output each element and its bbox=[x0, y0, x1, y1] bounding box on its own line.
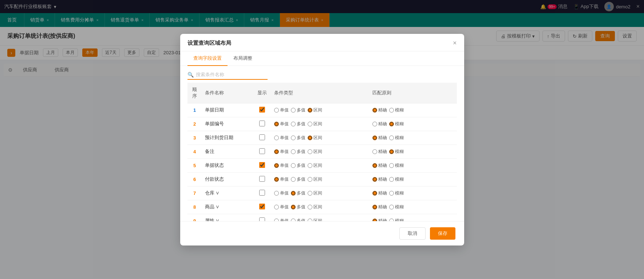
modal-close-btn[interactable]: × bbox=[453, 40, 457, 46]
search-row: 🔍 bbox=[180, 66, 464, 80]
modal: 设置查询区域布局 × 查询字段设置 布局调整 🔍 顺序 条件名称 显示 bbox=[180, 34, 464, 80]
modal-header: 设置查询区域布局 × bbox=[180, 34, 464, 51]
search-input[interactable] bbox=[196, 72, 261, 77]
modal-tabs: 查询字段设置 布局调整 bbox=[180, 51, 464, 66]
modal-title: 设置查询区域布局 bbox=[187, 40, 231, 47]
modal-tab-layout[interactable]: 布局调整 bbox=[228, 51, 258, 66]
modal-tab-query[interactable]: 查询字段设置 bbox=[187, 51, 228, 66]
modal-overlay: 设置查询区域布局 × 查询字段设置 布局调整 🔍 顺序 条件名称 显示 bbox=[0, 0, 644, 80]
search-icon: 🔍 bbox=[187, 72, 194, 78]
search-box: 🔍 bbox=[187, 70, 268, 80]
